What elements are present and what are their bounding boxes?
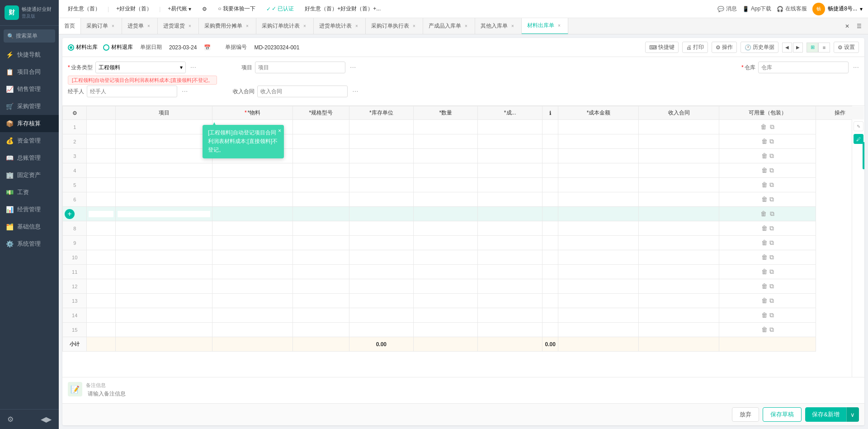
copy-btn-1[interactable]: ⧉ <box>769 122 775 132</box>
th-cost[interactable]: *成... <box>478 106 542 120</box>
tab-goods-return[interactable]: 进货退货 × <box>158 18 199 34</box>
sidebar-item-sales[interactable]: 📈 销售管理 <box>0 81 59 98</box>
copy-btn-12[interactable]: ⧉ <box>769 281 775 291</box>
tab-close-purchase-stats[interactable]: × <box>302 23 308 29</box>
th-material[interactable]: *物料 <box>212 106 293 120</box>
next-btn[interactable]: ▶ <box>793 43 803 52</box>
sidebar-item-ledger[interactable]: 📖 总账管理 <box>0 149 59 167</box>
topbar-nav-0[interactable]: 好生意（首） <box>64 3 104 14</box>
sidebar-search[interactable]: 🔍 搜索菜单 <box>0 26 59 46</box>
radio-material-return[interactable]: 材料退库 <box>103 43 133 51</box>
project-dots[interactable]: ··· <box>350 63 356 72</box>
list-view-btn[interactable]: ≡ <box>818 43 830 52</box>
copy-btn-5[interactable]: ⧉ <box>769 180 775 190</box>
save-draft-button[interactable]: 保存草稿 <box>763 407 802 422</box>
topbar-online-service[interactable]: 🎧 在线客服 <box>777 5 807 13</box>
topbar-nav-1[interactable]: +好业财（首） <box>113 3 156 14</box>
delete-btn-14[interactable]: 🗑 <box>760 310 769 319</box>
topbar-experience[interactable]: ○ 我要体验一下 <box>214 3 259 14</box>
tab-purchase-stats[interactable]: 采购订单统计表 × <box>256 18 314 34</box>
cell-7-2[interactable] <box>116 207 212 221</box>
delete-btn-4[interactable]: 🗑 <box>760 166 769 175</box>
radio-material-out[interactable]: 材料出库 <box>68 43 98 51</box>
tab-close-goods-receipt[interactable]: × <box>146 23 152 29</box>
topbar-user[interactable]: 畅 畅捷通8号... ▾ <box>812 3 863 15</box>
topbar-app-download[interactable]: 📱 App下载 <box>742 5 771 13</box>
th-warehouse-unit[interactable]: *库存单位 <box>349 106 413 120</box>
search-button[interactable]: 🔍 搜索菜单 <box>4 29 55 43</box>
copy-btn-4[interactable]: ⧉ <box>769 166 775 175</box>
th-spec[interactable]: *规格型号 <box>293 106 349 120</box>
topbar-nav-2[interactable]: +易代账 ▾ <box>164 3 195 14</box>
copy-btn-9[interactable]: ⧉ <box>769 238 775 248</box>
tab-close-purchase-exec[interactable]: × <box>411 23 417 29</box>
topbar-settings[interactable]: ⚙ <box>198 4 211 14</box>
prev-btn[interactable]: ◀ <box>782 43 792 52</box>
tab-purchase-fee[interactable]: 采购费用分摊单 × <box>199 18 256 34</box>
tooltip-close[interactable]: × <box>278 127 281 135</box>
collapse-btn[interactable]: ◀▶ <box>37 413 55 425</box>
settings-btn[interactable]: ⚙ 设置 <box>834 42 859 53</box>
copy-btn-3[interactable]: ⧉ <box>769 151 775 161</box>
tab-close-product-in[interactable]: × <box>463 23 469 29</box>
discard-button[interactable]: 放弃 <box>732 407 759 422</box>
income-contract-input[interactable] <box>257 86 348 97</box>
tab-other-in[interactable]: 其他入库单 × <box>475 18 522 34</box>
add-row-btn[interactable]: + <box>65 209 75 219</box>
tab-purchase-exec[interactable]: 采购订单执行表 × <box>366 18 423 34</box>
th-project[interactable]: 项目 <box>116 106 212 120</box>
tab-goods-stats[interactable]: 进货单统计表 × <box>314 18 366 34</box>
tab-close-purchase-fee[interactable]: × <box>244 23 250 29</box>
grid-view-btn[interactable]: ⊞ <box>807 43 818 52</box>
delete-btn-11[interactable]: 🗑 <box>760 267 769 276</box>
copy-btn-14[interactable]: ⧉ <box>769 310 775 320</box>
calendar-icon[interactable]: 📅 <box>204 44 211 51</box>
copy-btn-15[interactable]: ⧉ <box>769 325 775 334</box>
topbar-message[interactable]: 💬 消息 <box>717 5 737 13</box>
sidebar-item-system[interactable]: ⚙️ 系统管理 <box>0 235 59 253</box>
th-income-contract[interactable]: 收入合同 <box>639 106 719 120</box>
copy-btn-13[interactable]: ⧉ <box>769 296 775 305</box>
operation-btn[interactable]: ⚙ 操作 <box>712 42 737 53</box>
right-panel-btn-2[interactable]: ✎ <box>854 121 863 131</box>
th-qty[interactable]: *数量 <box>414 106 478 120</box>
topbar-extra[interactable]: 好生意（首）+好业财（首）+... <box>301 3 384 14</box>
sidebar-item-operation[interactable]: 📊 经营管理 <box>0 201 59 218</box>
tab-product-in[interactable]: 产成品入库单 × <box>423 18 475 34</box>
tab-close-goods-return[interactable]: × <box>187 23 193 29</box>
tab-close-purchase-order[interactable]: × <box>110 23 116 29</box>
copy-btn-2[interactable]: ⧉ <box>769 137 775 146</box>
delete-btn-12[interactable]: 🗑 <box>760 281 769 291</box>
delete-btn-7[interactable]: 🗑 <box>760 209 768 218</box>
tab-close-all[interactable]: ✕ <box>842 22 852 30</box>
delete-btn-9[interactable]: 🗑 <box>760 238 769 247</box>
tab-menu[interactable]: ☰ <box>854 22 864 30</box>
copy-btn-11[interactable]: ⧉ <box>769 267 775 276</box>
save-new-button[interactable]: 保存&新增 <box>805 407 846 422</box>
delete-btn-13[interactable]: 🗑 <box>760 296 769 305</box>
copy-btn-7[interactable]: ⧉ <box>769 209 775 219</box>
shortcut-btn[interactable]: ⌨ 快捷键 <box>645 42 679 53</box>
warehouse-input[interactable] <box>758 62 849 73</box>
save-new-arrow-button[interactable]: ∨ <box>846 407 859 422</box>
sidebar-item-basic[interactable]: 🗂️ 基础信息 <box>0 218 59 235</box>
tab-close-material-out[interactable]: × <box>556 23 562 29</box>
delete-btn-5[interactable]: 🗑 <box>760 180 769 189</box>
business-type-dots[interactable]: ··· <box>190 63 196 72</box>
delete-btn-2[interactable]: 🗑 <box>760 137 769 146</box>
print-btn[interactable]: 🖨 打印 <box>682 42 708 53</box>
th-available[interactable]: 可用量（包装） <box>719 106 816 120</box>
handler-dots[interactable]: ··· <box>182 87 188 95</box>
note-input[interactable] <box>86 389 267 399</box>
tab-close-other-in[interactable]: × <box>509 23 516 29</box>
sidebar-item-inventory[interactable]: 📦 库存核算 <box>0 115 59 132</box>
delete-btn-8[interactable]: 🗑 <box>760 224 769 233</box>
copy-btn-8[interactable]: ⧉ <box>769 224 775 233</box>
th-cost-amount[interactable]: *成本金额 <box>558 106 639 120</box>
income-contract-dots[interactable]: ··· <box>352 87 358 95</box>
settings-bottom-btn[interactable]: ⚙ <box>4 413 17 425</box>
handler-input[interactable] <box>87 86 177 97</box>
sidebar-item-finance[interactable]: 💰 资金管理 <box>0 132 59 149</box>
tab-close-goods-stats[interactable]: × <box>354 23 360 29</box>
copy-btn-6[interactable]: ⧉ <box>769 195 775 204</box>
